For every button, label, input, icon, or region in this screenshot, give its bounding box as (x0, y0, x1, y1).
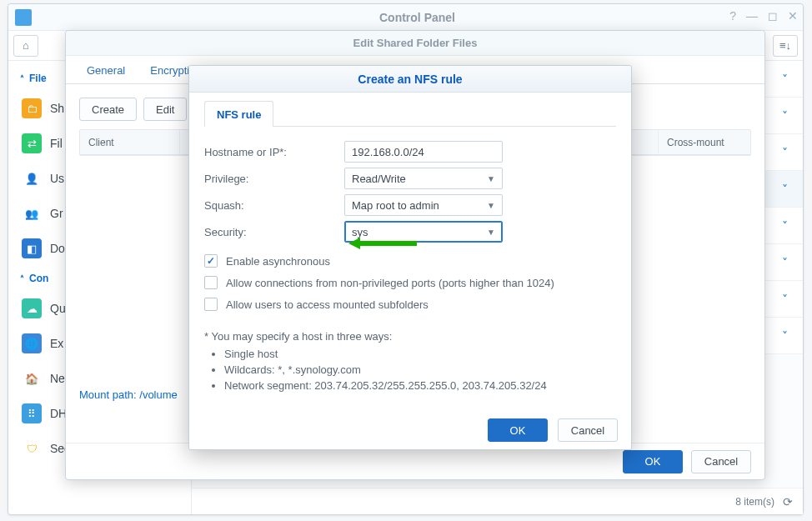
globe-icon: 🌐 (22, 333, 42, 353)
chevron-down-icon: ˅ (782, 219, 788, 233)
allow-subfolders-label: Allow users to access mounted subfolders (226, 298, 429, 311)
row-security: Security: sys▼ (204, 218, 616, 245)
create-nfs-rule-dialog: Create an NFS rule NFS rule Hostname or … (188, 65, 632, 450)
chevron-down-icon: ▼ (487, 201, 495, 210)
hostname-label: Hostname or IP*: (204, 146, 344, 158)
cancel-button[interactable]: Cancel (558, 418, 618, 442)
allow-subfolders-checkbox[interactable] (204, 298, 218, 311)
security-label: Security: (204, 226, 344, 238)
user-icon: 👤 (22, 168, 42, 188)
chevron-down-icon: ˅ (782, 293, 788, 306)
id-icon: ◧ (22, 238, 42, 258)
network-icon: ⠿ (22, 403, 42, 423)
allow-nonpriv-label: Allow connections from non-privileged po… (226, 277, 554, 289)
sort-button[interactable]: ≡↓ (773, 35, 798, 57)
enable-async-checkbox[interactable] (204, 254, 218, 268)
swap-icon: ⇄ (22, 133, 42, 153)
maximize-icon[interactable]: ◻ (768, 9, 778, 23)
home-button[interactable]: ⌂ (13, 35, 38, 57)
chevron-up-icon: ˄ (20, 274, 24, 283)
squash-select[interactable]: Map root to admin▼ (344, 194, 503, 216)
cloud-icon: ☁ (22, 298, 42, 318)
chevron-down-icon: ˅ (782, 109, 788, 123)
note-item: Single host (224, 346, 616, 362)
dialog-footer: OK Cancel (189, 411, 631, 449)
house-icon: 🏠 (22, 368, 42, 388)
tab-general[interactable]: General (74, 57, 138, 83)
create-button[interactable]: Create (79, 98, 137, 121)
nfs-body: Hostname or IP*: Privilege: Read/Write▼ … (189, 127, 631, 411)
folder-icon: 🗀 (22, 98, 42, 118)
nfs-tabstrip-wrap: NFS rule (189, 101, 631, 127)
home-icon: ⌂ (23, 39, 29, 52)
help-icon[interactable]: ? (729, 9, 736, 23)
cancel-button[interactable]: Cancel (691, 450, 751, 473)
window-title: Control Panel (32, 11, 803, 24)
item-count: 8 item(s) (735, 496, 774, 508)
chevron-up-icon: ˄ (20, 74, 24, 83)
hostname-input[interactable] (344, 141, 503, 163)
enable-async-row: Enable asynchronous (204, 250, 616, 272)
squash-label: Squash: (204, 199, 344, 212)
host-spec-note: * You may specify a host in three ways: … (204, 330, 616, 393)
dialog-title: Create an NFS rule (189, 66, 631, 93)
col-crossmount: Cross-mount (659, 130, 750, 154)
app-icon (15, 9, 32, 26)
dialog-title: Edit Shared Folder Files (66, 31, 764, 56)
group-icon: 👥 (22, 203, 42, 223)
chevron-down-icon: ˅ (782, 329, 788, 343)
titlebar: Control Panel ? — ◻ ✕ (8, 4, 803, 31)
minimize-icon[interactable]: — (746, 9, 758, 23)
privilege-select[interactable]: Read/Write▼ (344, 168, 503, 189)
note-heading: * You may specify a host in three ways: (204, 330, 616, 343)
row-privilege: Privilege: Read/Write▼ (204, 165, 616, 192)
refresh-icon[interactable]: ⟳ (783, 495, 793, 508)
row-squash: Squash: Map root to admin▼ (204, 192, 616, 218)
mount-path-value: /volume (139, 388, 178, 401)
allow-subfolders-row: Allow users to access mounted subfolders (204, 293, 616, 315)
note-item: Wildcards: *, *.synology.com (224, 362, 616, 378)
note-item: Network segment: 203.74.205.32/255.255.2… (224, 378, 616, 393)
row-hostname: Hostname or IP*: (204, 138, 616, 165)
ok-button[interactable]: OK (623, 450, 683, 473)
close-icon[interactable]: ✕ (788, 9, 798, 23)
privilege-label: Privilege: (204, 173, 344, 185)
window-buttons: ? — ◻ ✕ (729, 9, 798, 23)
status-bar: 8 item(s) ⟳ (192, 488, 803, 514)
security-select[interactable]: sys▼ (344, 221, 503, 243)
chevron-down-icon: ▼ (487, 228, 495, 237)
shield-icon: 🛡 (22, 438, 42, 458)
enable-async-label: Enable asynchronous (226, 255, 330, 268)
chevron-down-icon: ˅ (782, 146, 788, 159)
chevron-down-icon: ˅ (782, 73, 788, 86)
chevron-down-icon: ˅ (782, 183, 788, 196)
tab-nfs-rule[interactable]: NFS rule (204, 101, 273, 127)
col-client: Client (80, 130, 180, 154)
sort-icon: ≡↓ (779, 39, 791, 52)
ok-button[interactable]: OK (488, 418, 548, 442)
allow-nonpriv-row: Allow connections from non-privileged po… (204, 272, 616, 293)
allow-nonpriv-checkbox[interactable] (204, 276, 218, 289)
mount-path: Mount path: /volume (79, 388, 178, 401)
edit-button[interactable]: Edit (143, 98, 187, 121)
chevron-down-icon: ˅ (782, 256, 788, 269)
chevron-down-icon: ▼ (487, 174, 495, 183)
